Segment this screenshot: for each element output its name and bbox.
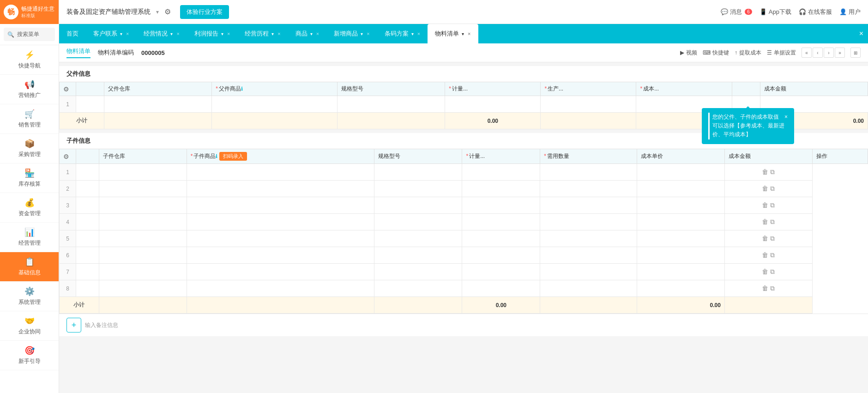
child-row-6-spec[interactable] xyxy=(187,247,374,264)
messages-button[interactable]: 💬 消息 6 xyxy=(721,8,752,16)
child-row-4-spec[interactable] xyxy=(187,214,374,230)
copy-row-button[interactable]: ⧉ xyxy=(770,185,775,193)
parent-settings-icon[interactable]: ⚙ xyxy=(63,85,69,93)
app-download-button[interactable]: 📱 App下载 xyxy=(760,8,791,16)
tab-ops-close[interactable]: × xyxy=(176,31,179,36)
tab-barcode[interactable]: 条码方案 ▾ × xyxy=(377,24,428,43)
parent-row-1-spec[interactable] xyxy=(212,96,338,113)
tab-profit-close[interactable]: × xyxy=(227,31,230,36)
child-row-5-product[interactable] xyxy=(99,230,187,247)
sidebar-item-finance[interactable]: 💰 资金管理 xyxy=(0,193,59,223)
tab-history-close[interactable]: × xyxy=(277,31,280,36)
child-row-3-unit-cost[interactable] xyxy=(540,197,637,214)
tab-new-product[interactable]: 新增商品 ▾ × xyxy=(326,24,377,43)
tab-products-close[interactable]: × xyxy=(316,31,319,36)
child-row-1-warehouse[interactable] xyxy=(76,164,99,181)
child-row-8-unit-cost[interactable] xyxy=(540,280,637,297)
sidebar-item-quick-nav[interactable]: ⚡ 快捷导航 xyxy=(0,45,59,75)
tab-home[interactable]: 首页 xyxy=(59,24,86,43)
delete-row-button[interactable]: 🗑 xyxy=(762,251,768,259)
child-row-4-unit-cost[interactable] xyxy=(540,214,637,230)
child-row-8-unit[interactable] xyxy=(374,280,462,297)
parent-row-1-cost[interactable] xyxy=(541,96,636,113)
sidebar-item-basic-info[interactable]: 📋 基础信息 xyxy=(0,252,59,282)
scan-input-button[interactable]: 扫码录入 xyxy=(219,152,247,161)
sidebar-item-sales[interactable]: 🛒 销售管理 xyxy=(0,104,59,134)
shortcut-button[interactable]: ⌨ 快捷键 xyxy=(703,49,729,57)
pager-first[interactable]: « xyxy=(802,48,812,58)
single-settings-button[interactable]: ☰ 单据设置 xyxy=(767,49,796,57)
topbar-dropdown-arrow[interactable]: ▾ xyxy=(156,9,159,15)
child-row-3-product[interactable] xyxy=(99,197,187,214)
tab-bom[interactable]: 物料清单 ▾ × xyxy=(428,24,478,43)
child-row-6-unit-cost[interactable] xyxy=(540,247,637,264)
tab-profit[interactable]: 利润报告 ▾ × xyxy=(187,24,237,43)
parent-row-1-warehouse[interactable] xyxy=(76,96,104,113)
child-row-6-warehouse[interactable] xyxy=(76,247,99,264)
copy-row-button[interactable]: ⧉ xyxy=(770,268,775,276)
copy-row-button[interactable]: ⧉ xyxy=(770,235,775,242)
delete-row-button[interactable]: 🗑 xyxy=(762,218,768,226)
parent-row-1-product[interactable] xyxy=(104,96,212,113)
close-all-tabs-button[interactable]: × xyxy=(855,30,868,38)
child-settings-icon[interactable]: ⚙ xyxy=(63,153,69,160)
sidebar-item-purchase[interactable]: 📦 采购管理 xyxy=(0,134,59,163)
child-row-8-qty[interactable] xyxy=(462,280,540,297)
child-row-1-product[interactable] xyxy=(99,164,187,181)
user-button[interactable]: 👤 用户 xyxy=(839,8,861,16)
pager-prev[interactable]: ‹ xyxy=(813,48,823,58)
child-row-1-spec[interactable] xyxy=(187,164,374,181)
child-row-3-spec[interactable] xyxy=(187,197,374,214)
child-row-4-unit[interactable] xyxy=(374,214,462,230)
grid-view-button[interactable]: ⊞ xyxy=(850,48,861,58)
tab-customer[interactable]: 客户联系 ▾ × xyxy=(86,24,136,43)
child-row-8-spec[interactable] xyxy=(187,280,374,297)
child-row-7-warehouse[interactable] xyxy=(76,264,99,280)
tab-operations-status[interactable]: 经营情况 ▾ × xyxy=(136,24,187,43)
delete-row-button[interactable]: 🗑 xyxy=(762,268,768,276)
child-row-5-unit[interactable] xyxy=(374,230,462,247)
child-row-1-qty[interactable] xyxy=(462,164,540,181)
child-row-1-unit-cost[interactable] xyxy=(540,164,637,181)
child-row-6-product[interactable] xyxy=(99,247,187,264)
child-row-8-warehouse[interactable] xyxy=(76,280,99,297)
copy-row-button[interactable]: ⧉ xyxy=(770,218,775,226)
delete-row-button[interactable]: 🗑 xyxy=(762,235,768,242)
child-row-1-unit[interactable] xyxy=(374,164,462,181)
search-menu-button[interactable]: 🔍 搜索菜单 xyxy=(4,28,55,41)
sidebar-item-guide[interactable]: 🎯 新手引导 xyxy=(0,341,59,370)
child-row-8-product[interactable] xyxy=(99,280,187,297)
parent-row-1-unit[interactable] xyxy=(337,96,445,113)
child-row-4-warehouse[interactable] xyxy=(76,214,99,230)
copy-row-button[interactable]: ⧉ xyxy=(770,201,775,209)
child-row-2-spec[interactable] xyxy=(187,181,374,197)
sidebar-item-operations[interactable]: 📊 经营管理 xyxy=(0,223,59,252)
child-row-2-product[interactable] xyxy=(99,181,187,197)
child-row-3-qty[interactable] xyxy=(462,197,540,214)
child-row-4-qty[interactable] xyxy=(462,214,540,230)
online-support-button[interactable]: 🎧 在线客服 xyxy=(799,8,832,16)
pager-last[interactable]: » xyxy=(835,48,845,58)
child-row-4-product[interactable] xyxy=(99,214,187,230)
child-row-7-unit[interactable] xyxy=(374,264,462,280)
sidebar-item-inventory[interactable]: 🏪 库存核算 xyxy=(0,163,59,193)
child-row-7-spec[interactable] xyxy=(187,264,374,280)
child-row-2-warehouse[interactable] xyxy=(76,181,99,197)
child-row-6-qty[interactable] xyxy=(462,247,540,264)
tooltip-close-button[interactable]: × xyxy=(784,113,788,121)
child-row-2-unit[interactable] xyxy=(374,181,462,197)
tab-barcode-close[interactable]: × xyxy=(417,31,420,36)
tab-bom-close[interactable]: × xyxy=(468,31,470,36)
tab-customer-close[interactable]: × xyxy=(126,31,129,36)
settings-gear-icon[interactable]: ⚙ xyxy=(164,7,171,16)
copy-row-button[interactable]: ⧉ xyxy=(770,251,775,259)
delete-row-button[interactable]: 🗑 xyxy=(762,168,768,176)
sidebar-item-marketing[interactable]: 📢 营销推广 xyxy=(0,75,59,104)
child-row-6-unit[interactable] xyxy=(374,247,462,264)
child-row-7-unit-cost[interactable] xyxy=(540,264,637,280)
child-row-7-qty[interactable] xyxy=(462,264,540,280)
add-row-button[interactable]: + xyxy=(66,318,81,333)
sidebar-item-cooperation[interactable]: 🤝 企业协同 xyxy=(0,311,59,341)
child-col-settings[interactable]: ⚙ xyxy=(60,149,76,164)
child-row-2-unit-cost[interactable] xyxy=(540,181,637,197)
